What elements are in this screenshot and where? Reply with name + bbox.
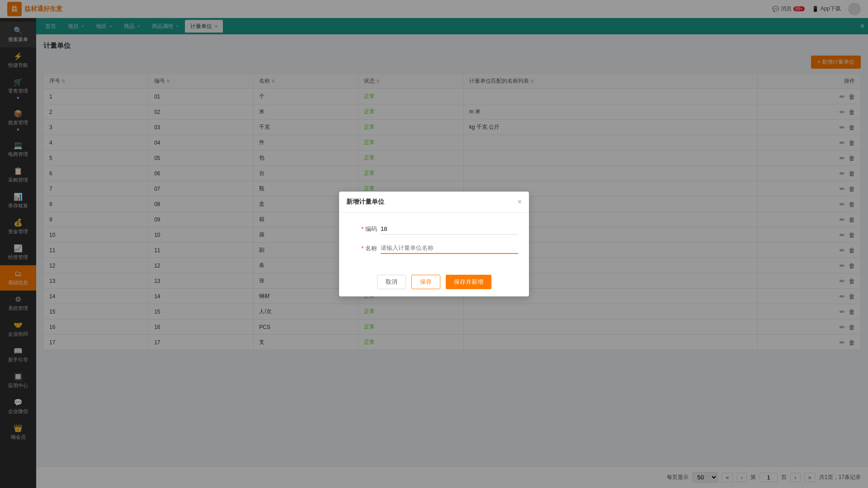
- add-unit-modal: 新增计量单位 × 编码 名称 取消 保存 保存并新增: [339, 192, 529, 296]
- save-and-new-button[interactable]: 保存并新增: [446, 275, 491, 289]
- name-label: 名称: [350, 244, 377, 253]
- modal-header: 新增计量单位 ×: [339, 192, 529, 213]
- cancel-button[interactable]: 取消: [377, 275, 406, 289]
- modal-title: 新增计量单位: [346, 198, 384, 206]
- code-input[interactable]: [381, 224, 518, 235]
- modal-body: 编码 名称: [339, 213, 529, 269]
- form-row-code: 编码: [350, 224, 518, 235]
- name-input[interactable]: [381, 243, 518, 254]
- code-label: 编码: [350, 225, 377, 233]
- save-button[interactable]: 保存: [411, 275, 440, 289]
- form-row-name: 名称: [350, 243, 518, 254]
- modal-footer: 取消 保存 保存并新增: [339, 269, 529, 296]
- modal-overlay[interactable]: 新增计量单位 × 编码 名称 取消 保存 保存并新增: [0, 0, 868, 488]
- modal-close-button[interactable]: ×: [518, 198, 522, 206]
